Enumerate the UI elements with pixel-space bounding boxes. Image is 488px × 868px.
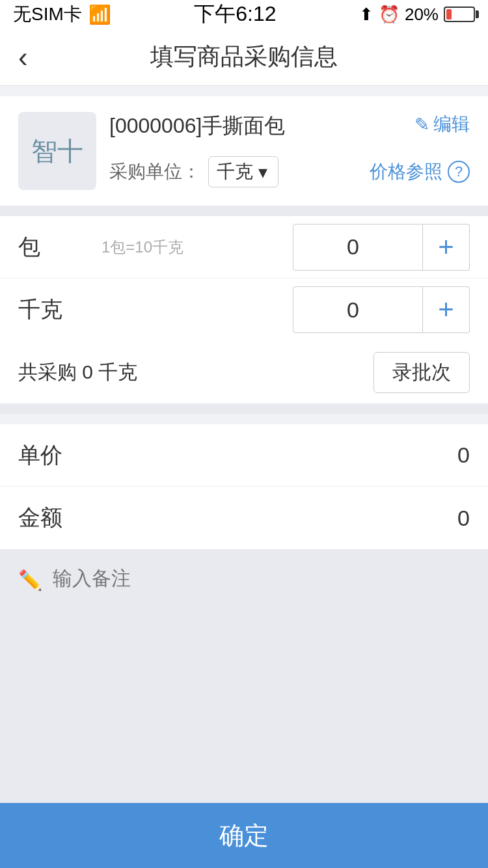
divider-1 [0, 206, 488, 216]
price-row: 单价 0 [0, 424, 488, 487]
price-ref-label: 价格参照 [370, 159, 442, 184]
batch-button[interactable]: 录批次 [373, 352, 470, 393]
remark-input[interactable] [53, 567, 470, 590]
product-title: 手撕面包 [202, 114, 285, 137]
back-button[interactable]: ‹ [18, 41, 28, 74]
bao-input[interactable] [293, 224, 423, 271]
location-icon: ⬆ [359, 5, 373, 25]
price-ref-button[interactable]: 价格参照 ? [370, 159, 470, 184]
price-label: 单价 [18, 441, 62, 470]
carrier-text: 无SIM卡 [13, 2, 82, 27]
bao-row: 包 1包=10千克 + [0, 216, 488, 278]
product-info: [0000006]手撕面包 ✎ 编辑 采购单位： 千克 ▾ 价格参照 ? [109, 112, 470, 187]
edit-icon: ✎ [414, 114, 429, 135]
alarm-icon: ⏰ [379, 5, 400, 25]
status-time: 下午6:12 [194, 0, 276, 29]
pencil-icon: ✏️ [18, 569, 42, 591]
status-bar: 无SIM卡 📶 下午6:12 ⬆ ⏰ 20% [0, 0, 488, 29]
content-spacer [0, 627, 488, 822]
unit-selector-area: 采购单位： 千克 ▾ [109, 156, 278, 187]
bao-qty-box: + [293, 224, 470, 271]
unit-prefix: 采购单位： [109, 159, 200, 184]
product-image: 智十 [18, 112, 96, 190]
battery-icon [444, 7, 475, 22]
edit-label: 编辑 [433, 112, 470, 137]
status-left: 无SIM卡 📶 [13, 2, 111, 27]
price-section: 单价 0 金额 0 [0, 424, 488, 549]
product-card: 智十 [0000006]手撕面包 ✎ 编辑 采购单位： 千克 ▾ 价格参照 ? [0, 96, 488, 206]
page-title: 填写商品采购信息 [150, 41, 338, 73]
kg-qty-box: + [293, 286, 470, 333]
bao-plus-button[interactable]: + [423, 224, 470, 271]
amount-label: 金额 [18, 503, 62, 533]
summary-row: 共采购 0 千克 录批次 [0, 341, 488, 403]
confirm-button[interactable]: 确定 [0, 803, 488, 868]
kg-label: 千克 [18, 295, 96, 325]
summary-text: 共采购 0 千克 [18, 359, 137, 386]
battery-percent: 20% [405, 5, 439, 25]
product-name-row: [0000006]手撕面包 ✎ 编辑 [109, 112, 470, 141]
amount-row: 金额 0 [0, 487, 488, 549]
price-value: 0 [457, 442, 470, 468]
bao-sub: 1包=10千克 [102, 237, 183, 258]
status-right: ⬆ ⏰ 20% [359, 5, 475, 25]
edit-button[interactable]: ✎ 编辑 [414, 112, 470, 137]
kg-row: 千克 + [0, 278, 488, 341]
remark-section: ✏️ [0, 549, 488, 627]
chevron-down-icon: ▾ [258, 161, 267, 183]
divider-2 [0, 403, 488, 414]
bao-label: 包 [18, 232, 96, 262]
product-name: [0000006]手撕面包 [109, 112, 285, 141]
product-id: [0000006] [109, 114, 202, 137]
kg-input[interactable] [293, 286, 423, 333]
nav-bar: ‹ 填写商品采购信息 [0, 29, 488, 86]
product-logo: 智十 [31, 133, 83, 169]
help-icon: ? [448, 161, 470, 183]
kg-plus-button[interactable]: + [423, 286, 470, 333]
unit-value: 千克 [217, 159, 253, 184]
input-section: 包 1包=10千克 + 千克 + [0, 216, 488, 341]
amount-value: 0 [457, 506, 470, 531]
wifi-icon: 📶 [88, 4, 111, 25]
unit-select[interactable]: 千克 ▾ [208, 156, 278, 187]
product-unit-row: 采购单位： 千克 ▾ 价格参照 ? [109, 156, 470, 187]
